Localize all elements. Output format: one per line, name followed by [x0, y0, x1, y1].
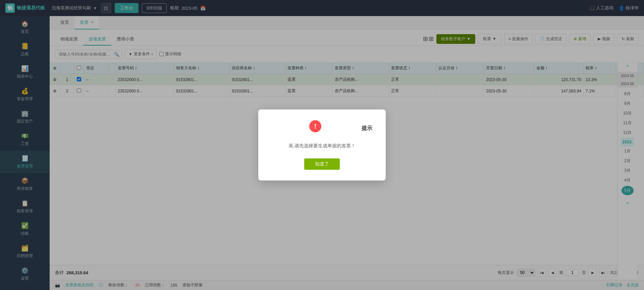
modal-dialog: ! 提示 亲,请先选择要生成单据的发票！ 知道了: [258, 110, 386, 180]
modal-alert-icon: !: [309, 120, 321, 132]
modal-title-text: 提示: [362, 125, 372, 132]
modal-title: ! 提示: [272, 120, 372, 136]
modal-ok-button[interactable]: 知道了: [304, 158, 340, 170]
modal-message: 亲,请先选择要生成单据的发票！: [272, 143, 372, 149]
modal-overlay: ! 提示 亲,请先选择要生成单据的发票！ 知道了: [0, 0, 644, 290]
